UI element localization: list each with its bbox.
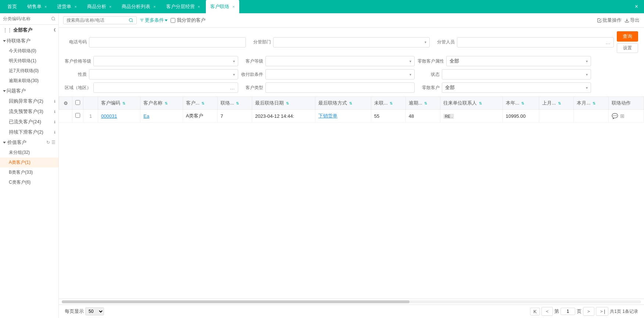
filter-dept-select[interactable]: ▾ — [273, 37, 430, 47]
sidebar-item-repurchase-abnormal[interactable]: 回购异常客户(2) ℹ — [0, 96, 58, 106]
nav-tab-customer-contact[interactable]: 客户联络 × — [206, 0, 239, 13]
last-page-btn[interactable]: ＞| — [596, 307, 608, 316]
sidebar-item-churned[interactable]: 已流失客户(24) ℹ — [0, 117, 58, 127]
year-sort-icon[interactable]: ⇅ — [521, 101, 524, 105]
filter-more-conditions[interactable]: 更多条件 — [140, 17, 168, 24]
filter-search-icon[interactable] — [129, 18, 133, 23]
customer-name-link[interactable]: Ea — [143, 113, 149, 119]
name-sort-icon[interactable]: ⇅ — [165, 101, 168, 105]
sidebar-value-customers-header[interactable]: 价值客户 ↻ ☰ — [0, 137, 58, 148]
not-contact-sort-icon[interactable]: ⇅ — [390, 101, 393, 105]
sidebar-item-tomorrow[interactable]: 明天待联络(1) — [0, 56, 58, 66]
nav-tab-sales[interactable]: 销售单 × — [23, 0, 51, 13]
nav-tab-goods-analysis[interactable]: 商品分析 × — [83, 0, 116, 13]
col-customer-type[interactable]: 客户... ⇅ — [183, 97, 217, 110]
sidebar-item-overdue[interactable]: 逾期未联络(30) — [0, 76, 58, 86]
message-action-icon[interactable]: 💬 — [612, 113, 618, 119]
nav-tab-goods-analysis-close[interactable]: × — [109, 4, 111, 9]
filter-customer-type-input[interactable] — [265, 82, 415, 93]
date-sort-icon[interactable]: ⇅ — [286, 101, 289, 105]
sidebar-item-class-a[interactable]: A类客户(1) — [0, 158, 58, 167]
region-more-dots[interactable]: … — [230, 85, 235, 91]
my-customers-check[interactable] — [171, 18, 175, 23]
gear-icon[interactable]: ⚙ — [64, 100, 68, 106]
filter-phone-input[interactable] — [89, 37, 246, 47]
sidebar-search-input[interactable] — [3, 16, 50, 21]
select-all-checkbox[interactable] — [75, 100, 80, 105]
value-customers-refresh[interactable]: ↻ — [46, 140, 50, 145]
nav-tab-customer-segment[interactable]: 客户分层经营 × — [162, 0, 204, 13]
sidebar-item-class-b[interactable]: B类客户(33) — [0, 167, 58, 177]
nav-tab-goods-analysis-list-close[interactable]: × — [153, 4, 155, 9]
way-sort-icon[interactable]: ⇅ — [349, 101, 352, 105]
nav-tab-purchase[interactable]: 进货单 × — [53, 0, 81, 13]
scrollbar-thumb[interactable] — [62, 300, 409, 303]
query-button[interactable]: 查询 — [617, 31, 638, 42]
value-customers-settings[interactable]: ☰ — [51, 140, 56, 145]
code-sort-icon[interactable]: ⇅ — [122, 101, 125, 105]
sidebar-item-class-c[interactable]: C类客户(6) — [0, 177, 58, 187]
filter-nature-select[interactable]: ▾ — [89, 69, 238, 80]
sidebar-all-customers[interactable]: ⋮⋮ 全部客户 《 — [0, 25, 58, 36]
manager-more-dots[interactable]: … — [605, 39, 611, 45]
col-last-contact-date[interactable]: 最后联络日期 ⇅ — [252, 97, 315, 110]
filter-region-input[interactable]: … — [93, 82, 238, 93]
col-last-month[interactable]: 上月... ⇅ — [539, 97, 574, 110]
col-customer-code[interactable]: 客户编码 ⇅ — [98, 97, 140, 110]
filter-status-select[interactable]: ▾ — [442, 69, 591, 80]
col-overdue[interactable]: 逾期... ⇅ — [405, 97, 440, 110]
last-contact-way-link[interactable]: 下销货单 — [318, 113, 337, 119]
sidebar-item-churn-warning[interactable]: 流失预警客户(3) ℹ — [0, 106, 58, 117]
col-gear[interactable]: ⚙ — [59, 97, 72, 110]
setting-button[interactable]: 设置 — [617, 43, 638, 53]
col-current-month[interactable]: 本月... ⇅ — [574, 97, 608, 110]
nav-tab-goods-analysis-list[interactable]: 商品分析列表 × — [117, 0, 160, 13]
overdue-sort-icon[interactable]: ⇅ — [424, 101, 427, 105]
export-btn[interactable]: 导出 — [625, 17, 640, 24]
customer-code-link[interactable]: 000031 — [101, 113, 117, 119]
scrollbar-track[interactable] — [62, 300, 641, 303]
col-contacts[interactable]: 联络... ⇅ — [217, 97, 252, 110]
company-contacts-sort-icon[interactable]: ⇅ — [479, 101, 482, 105]
filter-price-level-select[interactable]: ▾ — [93, 56, 238, 66]
col-company-contacts[interactable]: 往来单位联系人 ⇅ — [440, 97, 503, 110]
sidebar-item-today[interactable]: 今天待联络(0) — [0, 46, 58, 56]
window-close-button[interactable]: × — [632, 3, 641, 10]
sidebar-problem-customers-header[interactable]: 问题客户 — [0, 86, 58, 96]
nav-tab-customer-segment-close[interactable]: × — [198, 4, 200, 9]
nav-tab-customer-contact-close[interactable]: × — [232, 4, 235, 9]
sidebar-collapse-icon[interactable]: 《 — [52, 28, 56, 33]
first-page-btn[interactable]: K — [530, 308, 540, 315]
sidebar-item-7days[interactable]: 近7天待联络(0) — [0, 66, 58, 76]
contacts-sort-icon[interactable]: ⇅ — [236, 101, 239, 105]
sidebar-item-declining[interactable]: 持续下滑客户(2) ℹ — [0, 127, 58, 137]
next-page-btn[interactable]: ＞ — [583, 307, 594, 316]
filter-manager-input[interactable]: … — [457, 37, 614, 47]
filter-retail-select[interactable]: 全部 ▾ — [442, 82, 591, 93]
prev-page-btn[interactable]: ＜ — [541, 307, 553, 316]
my-customers-checkbox[interactable]: 我分管的客户 — [171, 17, 205, 24]
nav-tab-sales-close[interactable]: × — [44, 4, 47, 9]
col-not-contact[interactable]: 未联... ⇅ — [371, 97, 405, 110]
filter-search-input[interactable] — [67, 18, 127, 23]
nav-tab-purchase-close[interactable]: × — [74, 4, 76, 9]
row-checkbox[interactable] — [75, 113, 80, 118]
sidebar-pending-contact-header[interactable]: 待联络客户 — [0, 36, 58, 46]
page-number-input[interactable] — [561, 308, 575, 315]
batch-operation-btn[interactable]: 批量操作 — [597, 17, 622, 24]
filter-dept: 分管部门 ▾ — [249, 37, 430, 47]
qr-action-icon[interactable]: ⊞ — [620, 113, 625, 119]
col-current-year[interactable]: 本年... ⇅ — [502, 97, 539, 110]
sidebar-search-icon[interactable] — [51, 16, 56, 21]
last-month-sort-icon[interactable]: ⇅ — [558, 101, 561, 105]
page-size-dropdown[interactable]: 20 50 100 200 — [85, 307, 104, 315]
filter-retail-attr-select[interactable]: 全部 ▾ — [446, 56, 591, 66]
col-customer-name[interactable]: 客户名称 ⇅ — [140, 97, 183, 110]
filter-payment-select[interactable]: ▾ — [265, 69, 415, 80]
filter-customer-level-select[interactable]: ▾ — [265, 56, 415, 66]
sidebar-item-ungrouped[interactable]: 未分组(32) — [0, 148, 58, 158]
month-sort-icon[interactable]: ⇅ — [593, 101, 595, 105]
nav-home[interactable]: 首页 — [3, 0, 21, 13]
type-sort-icon[interactable]: ⇅ — [201, 101, 204, 105]
col-last-contact-way[interactable]: 最后联络方式 ⇅ — [315, 97, 371, 110]
